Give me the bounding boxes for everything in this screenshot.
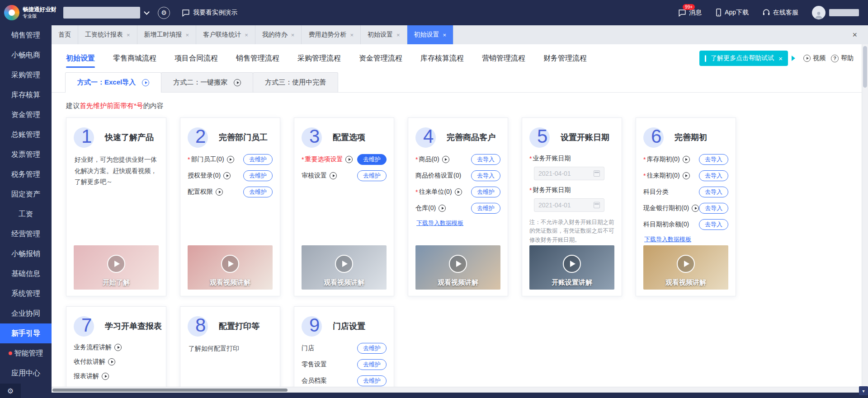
tab-8[interactable]: 初始设置×: [407, 25, 454, 44]
tab-close-icon[interactable]: ×: [186, 32, 189, 38]
action-button[interactable]: 去维护: [471, 203, 500, 214]
action-button[interactable]: 去维护: [471, 187, 500, 197]
play-icon[interactable]: [102, 373, 109, 380]
flow-nav-item-9[interactable]: 财务管理流程: [542, 45, 588, 72]
video-link[interactable]: 视频: [801, 54, 826, 62]
sidebar-item-6[interactable]: 总账管理: [0, 125, 52, 145]
flow-nav-item-7[interactable]: 库存核算流程: [420, 45, 465, 72]
tab-1[interactable]: 首页: [52, 25, 78, 44]
sidebar-item-16[interactable]: 新手引导: [0, 323, 52, 343]
video-thumbnail[interactable]: 开账设置讲解: [529, 245, 614, 290]
sidebar-item-8[interactable]: 税务管理: [0, 164, 52, 184]
play-icon[interactable]: [439, 205, 446, 212]
app-logo[interactable]: 畅捷通好业财 专业版: [0, 5, 53, 20]
method-tab-2[interactable]: 方式二：一键搬家: [161, 72, 253, 92]
sidebar-item-4[interactable]: 库存核算: [0, 85, 52, 105]
play-icon[interactable]: [683, 172, 690, 179]
user-account[interactable]: [812, 6, 859, 19]
play-button-icon[interactable]: [563, 255, 581, 273]
horizontal-scrollbar-thumb[interactable]: [52, 389, 288, 392]
play-icon[interactable]: [692, 205, 699, 212]
sidebar-item-2[interactable]: 小畅电商: [0, 45, 52, 65]
app-download-button[interactable]: App下载: [715, 9, 749, 17]
download-template-link[interactable]: 下载导入数据模板: [644, 235, 728, 243]
sidebar-item-12[interactable]: 小畅报销: [0, 244, 52, 264]
action-button[interactable]: 去维护: [243, 187, 273, 197]
tab-close-icon[interactable]: ×: [396, 32, 400, 38]
action-button[interactable]: 去维护: [243, 170, 273, 181]
tab-3[interactable]: 新增工时填报×: [137, 25, 197, 44]
online-support-button[interactable]: 在线客服: [762, 9, 798, 17]
play-icon[interactable]: [683, 156, 690, 163]
video-thumbnail[interactable]: 观看视频讲解: [188, 245, 273, 290]
tab-2[interactable]: 工资统计报表×: [78, 25, 137, 44]
flow-nav-item-4[interactable]: 销售管理流程: [235, 45, 280, 72]
video-thumbnail[interactable]: 观看视频讲解: [302, 245, 387, 290]
collapse-caret-button[interactable]: ▾: [859, 386, 868, 395]
play-icon[interactable]: [345, 156, 353, 163]
video-thumbnail[interactable]: 观看视频讲解: [643, 245, 728, 290]
flow-nav-item-3[interactable]: 项目合同流程: [174, 45, 219, 72]
sidebar-item-11[interactable]: 经营管理: [0, 224, 52, 244]
play-icon[interactable]: [108, 358, 115, 365]
sidebar-item-5[interactable]: 资金管理: [0, 105, 52, 125]
action-button[interactable]: 去维护: [357, 375, 387, 386]
sidebar-item-18[interactable]: 应用中心: [0, 363, 52, 383]
action-button[interactable]: 去导入: [699, 203, 728, 214]
play-icon[interactable]: [227, 156, 234, 163]
action-button[interactable]: 去维护: [357, 343, 387, 354]
vertical-scrollbar[interactable]: [862, 44, 868, 387]
sidebar-settings-gear-button[interactable]: ⚙: [0, 384, 21, 398]
play-icon[interactable]: [455, 188, 462, 196]
tab-close-icon[interactable]: ×: [127, 32, 130, 38]
play-button-icon[interactable]: [221, 255, 239, 273]
sidebar-item-14[interactable]: 系统管理: [0, 284, 52, 304]
sidebar-item-1[interactable]: 销售管理: [0, 25, 52, 45]
play-icon[interactable]: [216, 188, 223, 196]
play-button-icon[interactable]: [107, 255, 125, 273]
download-template-link[interactable]: 下载导入数据模板: [416, 219, 500, 227]
banner-close-icon[interactable]: ×: [778, 55, 783, 62]
company-selector[interactable]: [63, 7, 149, 19]
action-button[interactable]: 去维护: [243, 154, 273, 165]
action-button[interactable]: 去导入: [699, 154, 728, 165]
flow-nav-item-5[interactable]: 采购管理流程: [297, 45, 342, 72]
tab-4[interactable]: 客户联络统计×: [196, 25, 255, 44]
tab-7[interactable]: 初始设置×: [361, 25, 407, 44]
action-button[interactable]: 去导入: [471, 154, 500, 165]
action-button[interactable]: 去导入: [699, 219, 728, 230]
action-button[interactable]: 去导入: [471, 170, 500, 181]
play-button-icon[interactable]: [335, 255, 353, 273]
sidebar-item-15[interactable]: 企业协同: [0, 304, 52, 323]
date-input[interactable]: 2021-04-01: [534, 167, 604, 180]
method-tab-1[interactable]: 方式一：Excel导入: [65, 72, 161, 92]
settings-gear-button[interactable]: ⚙: [158, 7, 170, 19]
flow-nav-item-1[interactable]: 初始设置: [65, 45, 96, 72]
tab-5[interactable]: 我的待办×: [255, 25, 302, 44]
play-icon[interactable]: [442, 156, 449, 163]
tab-close-icon[interactable]: ×: [443, 32, 447, 38]
action-button[interactable]: 去导入: [699, 170, 728, 181]
play-button-icon[interactable]: [677, 255, 695, 273]
sidebar-item-13[interactable]: 基础信息: [0, 264, 52, 284]
tab-6[interactable]: 费用趋势分析×: [302, 25, 361, 44]
flow-nav-item-6[interactable]: 资金管理流程: [358, 45, 403, 72]
close-tabs-icon[interactable]: ×: [852, 25, 857, 44]
play-icon[interactable]: [330, 172, 337, 179]
help-link[interactable]: ? 帮助: [831, 54, 854, 62]
action-button[interactable]: 去维护: [357, 170, 387, 181]
sidebar-item-17[interactable]: 智能管理: [0, 343, 52, 363]
play-icon[interactable]: [114, 344, 122, 351]
action-button[interactable]: 去维护: [357, 154, 387, 165]
action-button[interactable]: 去导入: [699, 187, 728, 197]
demo-link[interactable]: 我要看实例演示: [182, 9, 237, 17]
vertical-scrollbar-thumb[interactable]: [863, 46, 867, 88]
sidebar-item-7[interactable]: 发票管理: [0, 145, 52, 164]
play-button-icon[interactable]: [449, 255, 467, 273]
flow-nav-item-8[interactable]: 营销管理流程: [481, 45, 526, 72]
messages-button[interactable]: 99+ 消息: [678, 9, 702, 17]
sidebar-item-9[interactable]: 固定资产: [0, 184, 52, 204]
horizontal-scrollbar[interactable]: [52, 387, 862, 393]
tab-close-icon[interactable]: ×: [350, 32, 354, 38]
sidebar-item-3[interactable]: 采购管理: [0, 65, 52, 85]
